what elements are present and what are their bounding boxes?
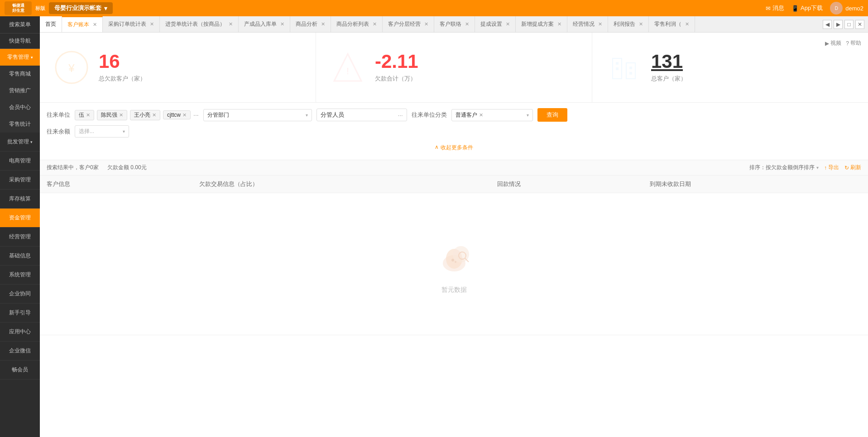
tab-close-goods-list[interactable]: ✕ [373, 21, 377, 27]
user-avatar-btn[interactable]: D demo2 [830, 2, 863, 14]
sidebar-item-enterprise[interactable]: 企业协同 [0, 285, 40, 304]
sidebar-item-new-guide[interactable]: 新手引导 [0, 304, 40, 323]
tab-scroll-left[interactable]: ◀ [823, 20, 832, 29]
sidebar-item-retail[interactable]: 零售管理 ▾ [0, 49, 40, 66]
filter-tag-close-cjttcw[interactable]: ✕ [182, 112, 187, 118]
data-table: 客户信息 欠款交易信息（占比） 回款情况 到期未收款日期 [40, 176, 868, 335]
system-selector[interactable]: 母婴行业演示帐套 ▾ [49, 2, 113, 14]
unit-label: 往来单位 [47, 111, 70, 119]
tab-close-contact[interactable]: ✕ [465, 21, 469, 27]
collapse-btn[interactable]: ∧ 收起更多条件 [47, 141, 861, 154]
balance-selector[interactable]: 选择... ▾ [75, 125, 129, 138]
sidebar-item-vip[interactable]: 畅会员 [0, 361, 40, 380]
video-btn[interactable]: ▶ 视频 [825, 39, 841, 47]
filter-tag-close-chen[interactable]: ✕ [119, 112, 123, 118]
sidebar-item-app-center[interactable]: 应用中心 [0, 323, 40, 342]
chevron-down-balance: ▾ [123, 129, 125, 134]
stat-label-debt: 欠款合计（万） [375, 75, 418, 83]
tab-close-customer-book[interactable]: ✕ [93, 22, 97, 28]
tab-close-profit[interactable]: ✕ [639, 21, 643, 27]
tab-purchase-order[interactable]: 采购订单统计表 ✕ [103, 16, 160, 33]
tab-close-promotion[interactable]: ✕ [506, 21, 510, 27]
svg-rect-9 [629, 72, 632, 75]
svg-point-16 [455, 261, 456, 263]
filter-tag-close-common[interactable]: ✕ [479, 112, 483, 118]
filter-tag-chen: 陈民强 ✕ [97, 110, 127, 120]
app-download-btn[interactable]: 📱 App下载 [791, 4, 823, 12]
results-actions: 排序：按欠款金额倒序排序 ▾ ↑ 导出 ↻ 刷新 [749, 164, 861, 171]
sidebar-item-marketing[interactable]: 营销推广 [0, 82, 40, 99]
person-selector[interactable]: 分管人员 ··· [317, 109, 407, 121]
tab-goods-analysis[interactable]: 商品分析 ✕ [290, 16, 331, 33]
sidebar-item-system[interactable]: 系统管理 [0, 266, 40, 285]
tab-stock-stats[interactable]: 进货单统计表（按商品） ✕ [160, 16, 239, 33]
tab-profit-report[interactable]: 利润报告 ✕ [608, 16, 649, 33]
unit-category-selector[interactable]: 普通客户 ✕ ▾ [451, 109, 533, 121]
sidebar-item-basic-info[interactable]: 基础信息 [0, 247, 40, 266]
person-selector-dots: ··· [398, 112, 403, 119]
tab-customer-contact[interactable]: 客户联络 ✕ [434, 16, 475, 33]
stat-value-customers: 16 [99, 52, 146, 71]
svg-rect-6 [616, 62, 619, 65]
sidebar-item-inventory[interactable]: 库存核算 [0, 190, 40, 209]
export-icon: ↑ [824, 165, 827, 171]
sidebar-quick-nav[interactable]: 快捷导航 [0, 33, 40, 49]
sidebar-item-wecom[interactable]: 企业微信 [0, 342, 40, 361]
sidebar-item-purchase[interactable]: 采购管理 [0, 171, 40, 190]
tab-close-goods[interactable]: ✕ [321, 21, 325, 27]
tab-home[interactable]: 首页 [40, 16, 62, 33]
tab-close-plan[interactable]: ✕ [557, 21, 561, 27]
filter-more-tags[interactable]: ··· [193, 111, 199, 119]
collapse-icon: ∧ [435, 144, 439, 152]
sidebar-item-wholesale[interactable]: 批发管理 ▾ [0, 133, 40, 152]
filter-tags-unit: 伍 ✕ 陈民强 ✕ 王小亮 ✕ [75, 110, 199, 120]
sidebar-item-capital[interactable]: 资金管理 [0, 209, 40, 228]
sidebar-item-operations[interactable]: 经营管理 [0, 228, 40, 247]
sidebar-item-ecommerce[interactable]: 电商管理 [0, 152, 40, 171]
sidebar-item-retail-mall[interactable]: 零售商城 [0, 66, 40, 82]
tab-scroll-right[interactable]: ▶ [834, 20, 843, 29]
svg-rect-7 [616, 67, 619, 70]
sidebar-item-member[interactable]: 会员中心 [0, 99, 40, 116]
dept-selector[interactable]: 分管部门 ▾ [203, 109, 312, 121]
tab-goods-analysis-list[interactable]: 商品分析列表 ✕ [331, 16, 383, 33]
tab-retail-profit[interactable]: 零售利润（ ✕ [649, 16, 695, 33]
tab-customer-segment[interactable]: 客户分层经营 ✕ [383, 16, 434, 33]
tab-close-all[interactable]: ✕ [855, 20, 864, 29]
refresh-btn[interactable]: ↻ 刷新 [844, 164, 861, 171]
tab-maximize[interactable]: □ [844, 20, 854, 29]
coin-icon: ¥ [53, 49, 90, 86]
stats-row: ¥ 16 总欠款客户（家） ! [40, 33, 868, 103]
sort-selector[interactable]: 排序：按欠款金额倒序排序 ▾ [749, 164, 819, 171]
tab-customer-book[interactable]: 客户账本 ✕ [62, 16, 103, 33]
filter-tag-close-wu[interactable]: ✕ [86, 112, 90, 118]
stat-info-total: 131 总客户（家） [651, 52, 686, 83]
tab-close-segment[interactable]: ✕ [424, 21, 428, 27]
tab-close-business[interactable]: ✕ [598, 21, 602, 27]
filter-tag-close-wang[interactable]: ✕ [152, 112, 156, 118]
svg-rect-8 [629, 66, 632, 69]
stat-value-total: 131 [651, 52, 686, 71]
empty-state: 暂元数据 [47, 198, 861, 330]
tab-controls: ◀ ▶ □ ✕ [819, 20, 868, 29]
stat-block-total: 131 总客户（家） ▶ 视频 ? 帮助 [592, 33, 868, 102]
page-content: ¥ 16 总欠款客户（家） ! [40, 33, 868, 437]
filter-tag-wu: 伍 ✕ [75, 110, 94, 120]
sidebar-item-retail-stats[interactable]: 零售统计 [0, 116, 40, 133]
sidebar-search[interactable]: 搜索菜单 [0, 16, 40, 33]
tab-business[interactable]: 经营情况 ✕ [567, 16, 608, 33]
tab-close-purchase[interactable]: ✕ [150, 21, 154, 27]
tab-close-stock[interactable]: ✕ [229, 21, 233, 27]
tab-close-product-in[interactable]: ✕ [280, 21, 284, 27]
export-btn[interactable]: ↑ 导出 [824, 164, 839, 171]
tab-new-plan[interactable]: 新增提成方案 ✕ [516, 16, 567, 33]
help-btn[interactable]: ? 帮助 [846, 39, 861, 47]
building-icon [606, 49, 642, 86]
query-button[interactable]: 查询 [537, 108, 567, 122]
system-selector-label: 母婴行业演示帐套 [54, 4, 101, 12]
messages-btn[interactable]: ✉ 消息 [766, 4, 784, 12]
tab-promotion-settings[interactable]: 提成设置 ✕ [475, 16, 516, 33]
stat-info-customers: 16 总欠款客户（家） [99, 52, 146, 83]
tab-product-in[interactable]: 产成品入库单 ✕ [239, 16, 290, 33]
tab-close-retail-profit[interactable]: ✕ [685, 21, 689, 27]
